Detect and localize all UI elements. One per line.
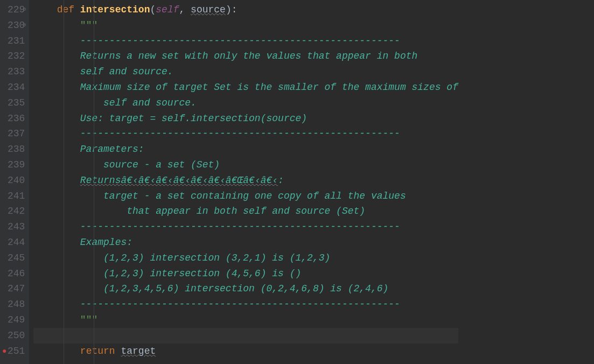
code-token: self and source. [33,97,196,108]
code-token: Use: target = self.intersection(source) [33,113,307,124]
code-line[interactable]: target - a set containing one copy of al… [33,188,458,204]
code-token: return [80,346,121,356]
line-number[interactable]: 249 [8,312,25,328]
line-number-gutter[interactable]: 229⊖230⊖23123223323423523623723823924024… [0,0,29,364]
code-token: (1,2,3) intersection (4,5,6) is () [33,268,301,279]
line-number[interactable]: 246 [8,266,25,282]
code-line[interactable]: source - a set (Set) [33,157,458,173]
code-line[interactable]: ----------------------------------------… [33,297,458,312]
line-number[interactable]: 248 [8,297,25,312]
line-number[interactable]: 239 [8,157,25,173]
code-line[interactable]: Maximum size of target Set is the smalle… [33,80,458,95]
code-token: ( [150,4,156,15]
code-token [33,314,80,325]
code-token: source - a set (Set) [33,159,220,170]
code-line[interactable]: (1,2,3,4,5,6) intersection (0,2,4,6,8) i… [33,281,458,297]
code-token: def [57,4,80,15]
code-line[interactable]: self and source. [33,64,458,80]
code-token: (1,2,3) intersection (3,2,1) is (1,2,3) [33,253,330,263]
code-token [33,20,80,31]
line-number[interactable]: 230⊖ [8,18,25,33]
code-token: ----------------------------------------… [33,128,400,139]
code-line[interactable] [33,328,458,344]
code-token [33,4,57,15]
code-line[interactable]: """ [33,312,458,328]
code-line[interactable]: return target [33,344,458,359]
line-number[interactable]: 247 [8,281,25,297]
line-number[interactable]: 236 [8,111,25,127]
line-number[interactable]: 251● [8,344,25,359]
code-line[interactable]: Use: target = self.intersection(source) [33,111,458,127]
line-number[interactable]: 238 [8,142,25,157]
code-token: Maximum size of target Set is the smalle… [33,82,458,93]
code-line[interactable]: (1,2,3) intersection (4,5,6) is () [33,266,458,282]
code-token: , [179,4,191,15]
code-token: Returnsâ€‹â€‹â€‹â€‹â€‹â€‹â€Œâ€‹â€‹ [80,175,278,186]
line-number[interactable]: 245 [8,250,25,266]
code-token: intersection [80,4,150,15]
code-token: Parameters: [33,144,144,155]
code-line[interactable]: ----------------------------------------… [33,126,458,142]
line-number[interactable]: 242 [8,204,25,219]
line-number[interactable]: 231 [8,33,25,49]
code-line[interactable]: that appear in both self and source (Set… [33,204,458,219]
code-token: ----------------------------------------… [33,36,400,46]
code-line[interactable]: def intersection(self, source): [33,2,458,18]
breakpoint-icon[interactable]: ● [2,344,6,359]
code-line[interactable]: Returns a new set with only the values t… [33,48,458,64]
code-token: ----------------------------------------… [33,299,400,310]
code-line[interactable]: (1,2,3) intersection (3,2,1) is (1,2,3) [33,250,458,266]
code-line[interactable]: ----------------------------------------… [33,33,458,49]
line-number[interactable]: 237 [8,126,25,142]
code-token: self [156,4,179,15]
line-number[interactable]: 229⊖ [8,2,25,18]
line-number[interactable]: 244 [8,235,25,250]
line-number[interactable]: 240 [8,173,25,188]
line-number[interactable]: 232 [8,48,25,64]
code-token: target - a set containing one copy of al… [33,191,406,201]
line-number[interactable]: 235 [8,95,25,111]
code-token: (1,2,3,4,5,6) intersection (0,2,4,6,8) i… [33,283,388,294]
line-number[interactable]: 234 [8,80,25,95]
line-number[interactable]: 250 [8,328,25,344]
code-token: ): [226,4,237,15]
fold-icon[interactable]: ⊖ [23,18,26,33]
code-area[interactable]: def intersection(self, source): """ ----… [29,0,458,364]
code-token: : [278,175,284,186]
fold-icon[interactable]: ⊖ [23,2,26,18]
code-line[interactable]: """ [33,18,458,33]
code-token [33,175,80,186]
indent-guide [64,0,64,364]
line-number[interactable]: 241 [8,188,25,204]
code-line[interactable]: Returnsâ€‹â€‹â€‹â€‹â€‹â€‹â€Œâ€‹â€‹: [33,173,458,188]
code-editor[interactable]: 229⊖230⊖23123223323423523623723823924024… [0,0,594,364]
line-number[interactable]: 243 [8,219,25,235]
code-token: Returns a new set with only the values t… [33,51,417,61]
code-token: ----------------------------------------… [33,221,400,232]
code-token [33,346,80,356]
code-token: source [191,4,226,15]
indent-guide [94,0,94,364]
code-token: that appear in both self and source (Set… [33,206,365,216]
code-line[interactable]: Parameters: [33,142,458,157]
code-token: """ [80,314,97,325]
code-token: """ [80,20,97,31]
code-line[interactable]: ----------------------------------------… [33,219,458,235]
code-token: Examples: [33,237,132,248]
code-line[interactable]: Examples: [33,235,458,250]
line-number[interactable]: 233 [8,64,25,80]
code-line[interactable]: self and source. [33,95,458,111]
code-token: self and source. [33,66,173,77]
code-token: target [121,346,156,356]
